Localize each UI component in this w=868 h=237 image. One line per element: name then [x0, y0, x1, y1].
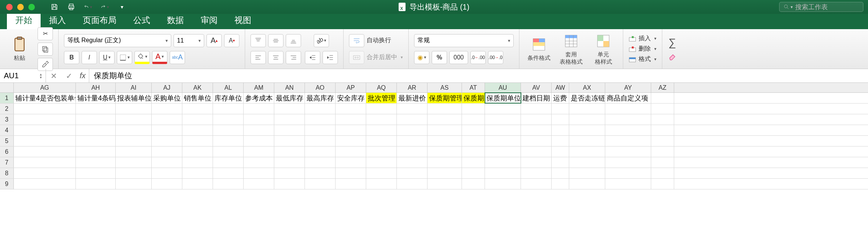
cell-AJ5[interactable]	[152, 136, 182, 146]
cell-AK9[interactable]	[182, 179, 213, 189]
col-header-AH[interactable]: AH	[76, 83, 116, 92]
cell-AI7[interactable]	[116, 157, 152, 168]
cell-AO5[interactable]	[305, 136, 336, 146]
cell-AZ7[interactable]	[651, 157, 674, 168]
cell-AR7[interactable]	[397, 157, 427, 168]
cell-AZ4[interactable]	[651, 125, 674, 135]
cell-AG7[interactable]	[14, 157, 76, 168]
col-header-AQ[interactable]: AQ	[366, 83, 397, 92]
cell-AH5[interactable]	[76, 136, 116, 146]
bold-button[interactable]: B	[64, 51, 79, 64]
cell-AN1[interactable]: 最低库存	[274, 93, 305, 103]
col-header-AW[interactable]: AW	[552, 83, 569, 92]
cell-AM3[interactable]	[244, 114, 274, 125]
col-header-AV[interactable]: AV	[521, 83, 552, 92]
cell-AW8[interactable]	[552, 168, 569, 178]
cell-AV4[interactable]	[521, 125, 552, 135]
cell-AM8[interactable]	[244, 168, 274, 178]
cell-AN2[interactable]	[274, 104, 305, 114]
align-bottom-button[interactable]	[286, 34, 301, 47]
cell-AU7[interactable]	[485, 157, 521, 168]
cell-AP4[interactable]	[336, 125, 366, 135]
cell-AZ6[interactable]	[651, 146, 674, 157]
cell-AQ3[interactable]	[366, 114, 397, 125]
cell-AM7[interactable]	[244, 157, 274, 168]
row-header-5[interactable]: 5	[0, 136, 14, 146]
cell-AP7[interactable]	[336, 157, 366, 168]
cell-AI1[interactable]: 报表辅单位	[116, 93, 152, 103]
cell-AK1[interactable]: 销售单位	[182, 93, 213, 103]
undo-icon[interactable]: ▾	[84, 3, 92, 11]
cell-AV6[interactable]	[521, 146, 552, 157]
cell-AT2[interactable]	[462, 104, 485, 114]
cell-AL6[interactable]	[213, 146, 244, 157]
cell-AX1[interactable]: 是否走冻链	[569, 93, 605, 103]
cell-AX8[interactable]	[569, 168, 605, 178]
clear-button[interactable]	[668, 53, 677, 62]
cell-AQ8[interactable]	[366, 168, 397, 178]
cell-AO6[interactable]	[305, 146, 336, 157]
cell-AT9[interactable]	[462, 179, 485, 189]
cell-AQ1[interactable]: 批次管理	[366, 93, 397, 103]
cell-AP2[interactable]	[336, 104, 366, 114]
cell-AH2[interactable]	[76, 104, 116, 114]
cell-AY3[interactable]	[605, 114, 651, 125]
merge-center-button[interactable]: 合并后居中 ▾	[349, 51, 403, 64]
increase-decimal-button[interactable]: .0←.00	[470, 51, 486, 64]
cell-AH1[interactable]: 辅计量4条码	[76, 93, 116, 103]
decrease-indent-button[interactable]	[305, 51, 320, 64]
cell-AW5[interactable]	[552, 136, 569, 146]
cell-AM2[interactable]	[244, 104, 274, 114]
cell-AH3[interactable]	[76, 114, 116, 125]
redo-icon[interactable]: ▾	[101, 3, 109, 11]
cell-AO3[interactable]	[305, 114, 336, 125]
cancel-formula-button[interactable]: ✕	[46, 71, 61, 81]
cell-AN9[interactable]	[274, 179, 305, 189]
cell-AY4[interactable]	[605, 125, 651, 135]
cell-AR1[interactable]: 最新进价	[397, 93, 427, 103]
cell-AO7[interactable]	[305, 157, 336, 168]
cell-AT3[interactable]	[462, 114, 485, 125]
cell-AY7[interactable]	[605, 157, 651, 168]
row-header-2[interactable]: 2	[0, 104, 14, 114]
cell-AG9[interactable]	[14, 179, 76, 189]
cell-AK6[interactable]	[182, 146, 213, 157]
cell-AU8[interactable]	[485, 168, 521, 178]
cell-AX6[interactable]	[569, 146, 605, 157]
zoom-window-button[interactable]	[28, 4, 35, 10]
cell-styles-button[interactable]: 单元 格样式	[589, 31, 617, 67]
cell-AO2[interactable]	[305, 104, 336, 114]
font-name-combo[interactable]: 等线 Regular (正文)▾	[64, 34, 171, 47]
cell-AW9[interactable]	[552, 179, 569, 189]
cell-AV7[interactable]	[521, 157, 552, 168]
cell-AW6[interactable]	[552, 146, 569, 157]
col-header-AP[interactable]: AP	[336, 83, 366, 92]
cell-AX3[interactable]	[569, 114, 605, 125]
cell-AH7[interactable]	[76, 157, 116, 168]
cell-AJ7[interactable]	[152, 157, 182, 168]
cell-AS7[interactable]	[427, 157, 462, 168]
cell-AQ7[interactable]	[366, 157, 397, 168]
cell-AV1[interactable]: 建档日期	[521, 93, 552, 103]
insert-cells-button[interactable]: 插入▾	[629, 35, 657, 43]
cell-AV2[interactable]	[521, 104, 552, 114]
cell-AW1[interactable]: 运费	[552, 93, 569, 103]
cell-AI9[interactable]	[116, 179, 152, 189]
cell-AY2[interactable]	[605, 104, 651, 114]
cell-AP3[interactable]	[336, 114, 366, 125]
cell-AZ5[interactable]	[651, 136, 674, 146]
cell-AW2[interactable]	[552, 104, 569, 114]
cell-AU1[interactable]: 保质期单位	[485, 93, 521, 103]
cell-AG4[interactable]	[14, 125, 76, 135]
format-cells-button[interactable]: 格式▾	[629, 55, 657, 63]
formula-content[interactable]: 保质期单位	[89, 71, 132, 81]
font-color-button[interactable]: A▾	[152, 51, 167, 64]
decrease-font-button[interactable]: A▾	[224, 34, 239, 47]
cell-AO1[interactable]: 最高库存	[305, 93, 336, 103]
col-header-AT[interactable]: AT	[462, 83, 485, 92]
col-header-AG[interactable]: AG	[14, 83, 76, 92]
cell-AQ2[interactable]	[366, 104, 397, 114]
align-center-button[interactable]	[268, 51, 283, 64]
cell-AX2[interactable]	[569, 104, 605, 114]
name-box[interactable]: AU1 ▴▾	[0, 69, 46, 82]
